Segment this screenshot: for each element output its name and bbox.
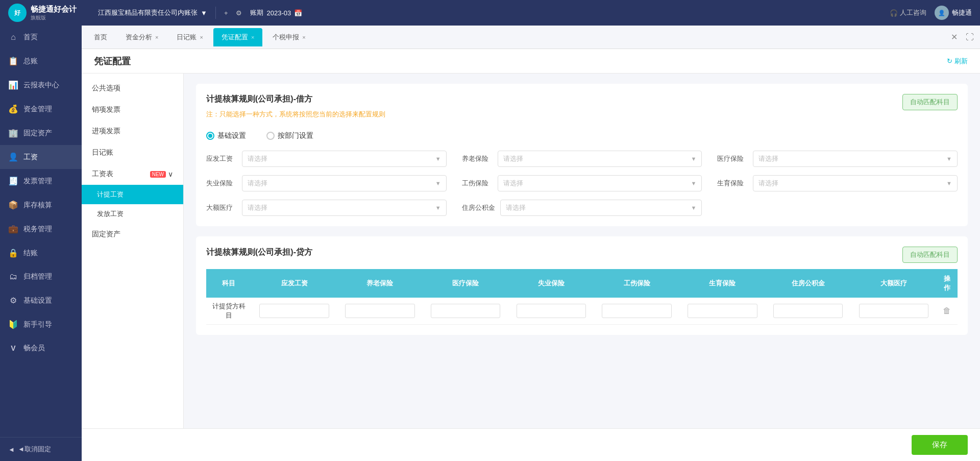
sidebar-item-settings[interactable]: ⚙ 基础设置 [0,288,82,312]
credit-auto-match-btn[interactable]: 自动匹配科目 [902,247,958,263]
sidebar-item-archive[interactable]: 🗂 归档管理 [0,265,82,288]
settings-button[interactable]: ⚙ [236,9,242,17]
form-row-sybx2: 生育保险 请选择 ▼ [717,175,958,191]
select-sybx[interactable]: 请选择 ▼ [242,175,447,191]
input-credit-sybx[interactable] [517,304,586,318]
select-daly[interactable]: 请选择 ▼ [242,200,447,216]
sidebar-label-inventory: 库存核算 [23,201,52,210]
input-credit-gsbx[interactable] [602,304,672,318]
input-credit-yfgz[interactable] [259,304,329,318]
tab-home[interactable]: 首页 [86,28,115,46]
tab-fund[interactable]: 资金分析 × [117,28,166,46]
select-ylbx-placeholder: 请选择 [503,154,523,163]
sidebar-item-tax[interactable]: 💼 税务管理 [0,217,82,241]
sidebar-item-payroll[interactable]: 👤 工资 [0,145,82,169]
input-credit-ylbx2[interactable] [431,304,501,318]
tab-journal-close[interactable]: × [200,34,203,40]
company-chevron-icon: ▼ [201,9,207,17]
sidebar-label-reports: 云报表中心 [23,81,59,90]
td-zfgjj [765,298,851,325]
tab-bar: 首页 资金分析 × 日记账 × 凭证配置 × 个税申报 × ✕ ⛶ [82,26,980,49]
sidebar-item-reports[interactable]: 📊 云报表中心 [0,73,82,97]
close-all-tabs-btn[interactable]: ✕ [949,30,960,44]
page-header: 凭证配置 ↻ 刷新 [82,49,980,74]
label-sybx2: 生育保险 [717,179,748,188]
radio-dept[interactable]: 按部门设置 [266,131,313,140]
cancel-fixed-btn[interactable]: ◄ ◄取消固定 [0,438,82,461]
top-divider-1 [215,7,216,19]
sidebar-item-home[interactable]: ⌂ 首页 [0,26,82,49]
left-nav-salary-table[interactable]: 工资表 NEW ∨ [82,163,183,185]
sidebar-item-guide[interactable]: 🔰 新手引导 [0,312,82,336]
sidebar-label-tax: 税务管理 [23,225,52,234]
sidebar-label-funds: 资金管理 [23,105,52,114]
th-gsbx: 工伤保险 [594,269,680,298]
chevron-gsbx-icon: ▼ [691,180,696,186]
input-credit-ylbx[interactable] [345,304,415,318]
sidebar-label-settings: 基础设置 [23,296,52,305]
debit-auto-match-btn[interactable]: 自动匹配科目 [902,94,958,110]
company-selector[interactable]: 江西服宝精品有限责任公司内账张 ▼ [98,8,207,17]
form-row-ylbx2: 医疗保险 请选择 ▼ [717,151,958,167]
tab-voucher[interactable]: 凭证配置 × [213,28,262,46]
settings-icon: ⚙ [236,9,242,17]
add-button[interactable]: + [224,9,228,17]
left-nav-fixed-assets[interactable]: 固定资产 [82,224,183,245]
refresh-button[interactable]: ↻ 刷新 [947,57,968,66]
tab-voucher-close[interactable]: × [251,34,254,40]
left-nav-purchase[interactable]: 进项发票 [82,120,183,142]
logo-icon: 好 [8,4,27,22]
sidebar-label-guide: 新手引导 [23,320,52,329]
label-ylbx: 养老保险 [462,154,493,163]
select-yfgz[interactable]: 请选择 ▼ [242,151,447,167]
select-gsbx-placeholder: 请选择 [503,179,523,188]
select-ylbx[interactable]: 请选择 ▼ [498,151,702,167]
reports-icon: 📊 [8,80,18,90]
select-sybx2-placeholder: 请选择 [758,179,778,188]
calendar-icon[interactable]: 📅 [294,9,302,17]
content-area: 首页 资金分析 × 日记账 × 凭证配置 × 个税申报 × ✕ ⛶ [82,26,980,461]
label-sybx: 失业保险 [206,179,237,188]
sidebar-item-close[interactable]: 🔒 结账 [0,241,82,265]
left-nav-pay-salary[interactable]: 发放工资 [82,204,183,224]
th-daly: 大额医疗 [851,269,937,298]
service-label: 人工咨询 [900,8,926,17]
td-ylbx [337,298,423,325]
tab-tax-close[interactable]: × [302,34,305,40]
left-nav-calc-salary[interactable]: 计提工资 [82,185,183,204]
select-ylbx2[interactable]: 请选择 ▼ [753,151,958,167]
save-button[interactable]: 保存 [912,435,968,455]
sidebar-item-funds[interactable]: 💰 资金管理 [0,97,82,121]
tab-tax[interactable]: 个税申报 × [264,28,313,46]
sidebar-item-invoice[interactable]: 🧾 发票管理 [0,169,82,193]
input-credit-sybx2[interactable] [688,304,757,318]
credit-table: 科目 应发工资 养老保险 医疗保险 失业保险 工伤保险 生育保险 住房公积金 大… [206,269,958,325]
input-credit-zfgjj[interactable] [773,304,843,318]
period-value: 2023-03 [266,9,291,17]
sidebar-item-assets[interactable]: 🏢 固定资产 [0,121,82,145]
sidebar-item-member[interactable]: V 畅会员 [0,336,82,360]
left-nav-journal[interactable]: 日记账 [82,142,183,163]
archive-icon: 🗂 [8,272,18,281]
sidebar-item-ledger[interactable]: 📋 总账 [0,49,82,73]
tab-voucher-label: 凭证配置 [222,33,248,42]
sidebar-item-inventory[interactable]: 📦 库存核算 [0,193,82,217]
service-button[interactable]: 🎧 人工咨询 [890,8,926,17]
delete-row-btn[interactable]: 🗑 [943,306,951,316]
tab-fund-close[interactable]: × [155,34,158,40]
expand-btn[interactable]: ⛶ [964,31,976,44]
user-area[interactable]: 👤 畅捷通 [935,6,972,20]
radio-basic[interactable]: 基础设置 [206,131,246,140]
left-nav-public[interactable]: 公共选项 [82,78,183,99]
debit-section: 计提核算规则(公司承担)-借方 注：只能选择一种方式，系统将按照您当前的选择来配… [196,84,968,226]
save-area: 保存 [82,428,980,461]
left-nav-sales[interactable]: 销项发票 [82,99,183,120]
input-credit-daly[interactable] [859,304,929,318]
headset-icon: 🎧 [890,9,898,17]
select-sybx2[interactable]: 请选择 ▼ [753,175,958,191]
th-ylbx2: 医疗保险 [423,269,508,298]
tab-journal[interactable]: 日记账 × [168,28,211,46]
select-gsbx[interactable]: 请选择 ▼ [498,175,702,191]
select-zfgjj[interactable]: 请选择 ▼ [500,200,702,216]
td-daly [851,298,937,325]
